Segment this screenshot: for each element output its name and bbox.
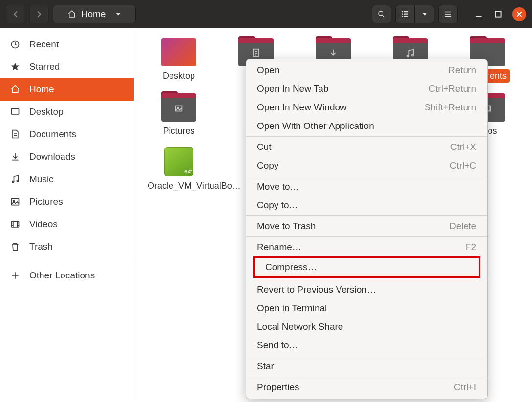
nav-forward-button[interactable] — [29, 5, 49, 23]
sidebar-item-downloads[interactable]: Downloads — [0, 146, 134, 168]
file-item-desktop[interactable]: Desktop — [140, 37, 217, 83]
svg-rect-3 — [402, 14, 403, 15]
svg-point-17 — [412, 54, 414, 56]
desktop-folder-icon — [161, 38, 196, 66]
file-label: Pictures — [160, 125, 197, 138]
sidebar-item-videos[interactable]: Videos — [0, 213, 134, 235]
location-bar[interactable]: Home — [53, 5, 136, 23]
download-icon — [10, 152, 21, 162]
file-label: Oracle_VM_VirtualBo… — [145, 179, 213, 192]
ctx-open[interactable]: OpenReturn — [246, 61, 487, 80]
sidebar-item-label: Home — [29, 84, 54, 95]
music-icon — [10, 174, 21, 184]
sidebar-item-recent[interactable]: Recent — [0, 33, 134, 56]
hamburger-menu-button[interactable] — [438, 5, 458, 23]
video-icon — [10, 219, 21, 229]
ctx-open-terminal[interactable]: Open in Terminal — [246, 299, 487, 317]
svg-rect-9 — [12, 108, 19, 114]
file-item-pictures[interactable]: Pictures — [140, 92, 217, 138]
sidebar-item-label: Other Locations — [29, 270, 95, 281]
minimize-button[interactable] — [473, 9, 484, 20]
extension-pack-icon: ext — [164, 147, 193, 176]
svg-point-0 — [379, 11, 383, 16]
chevron-down-icon — [115, 11, 121, 17]
ctx-properties[interactable]: PropertiesCtrl+I — [246, 378, 487, 397]
svg-point-10 — [12, 181, 14, 182]
ctx-move-to[interactable]: Move to… — [246, 177, 487, 196]
home-icon — [67, 10, 76, 19]
search-button[interactable] — [372, 5, 391, 23]
folder-icon — [161, 95, 196, 122]
svg-rect-5 — [402, 16, 403, 17]
ctx-separator — [246, 377, 487, 377]
list-view-button[interactable] — [395, 5, 415, 23]
sidebar-item-label: Starred — [29, 62, 60, 72]
sidebar-item-label: Downloads — [29, 151, 75, 162]
svg-point-16 — [407, 55, 409, 57]
sidebar-item-label: Music — [29, 174, 54, 185]
nav-back-button[interactable] — [6, 5, 25, 23]
picture-icon — [10, 197, 21, 207]
desktop-icon — [10, 107, 21, 117]
ctx-rename[interactable]: Rename…F2 — [246, 238, 487, 256]
ctx-separator — [246, 356, 487, 356]
sidebar-item-label: Trash — [29, 241, 53, 252]
ctx-copy-to[interactable]: Copy to… — [246, 196, 487, 214]
close-button[interactable] — [512, 7, 526, 21]
ctx-revert[interactable]: Revert to Previous Version… — [246, 280, 487, 299]
sidebar-item-music[interactable]: Music — [0, 168, 134, 190]
titlebar: Home — [0, 0, 532, 28]
file-item-virtualbox-ext[interactable]: ext Oracle_VM_VirtualBo… — [140, 147, 217, 205]
plus-icon — [10, 271, 21, 280]
documents-icon — [10, 129, 21, 139]
ctx-star[interactable]: Star — [246, 357, 487, 376]
sidebar-item-documents[interactable]: Documents — [0, 123, 134, 146]
ctx-compress[interactable]: Compress… — [255, 258, 479, 276]
view-options-button[interactable] — [415, 5, 434, 23]
location-label: Home — [81, 9, 106, 20]
file-label: Desktop — [160, 69, 198, 83]
sidebar-item-label: Desktop — [29, 106, 64, 117]
svg-rect-1 — [402, 11, 403, 12]
ctx-cut[interactable]: CutCtrl+X — [246, 138, 487, 156]
svg-rect-7 — [495, 11, 501, 17]
clock-icon — [10, 40, 21, 49]
ctx-move-to-trash[interactable]: Move to TrashDelete — [246, 217, 487, 235]
ctx-separator — [246, 176, 487, 176]
ctx-local-network-share[interactable]: Local Network Share — [246, 317, 487, 336]
ctx-open-new-window[interactable]: Open In New WindowShift+Return — [246, 98, 487, 117]
sidebar-item-trash[interactable]: Trash — [0, 235, 134, 258]
ctx-separator — [246, 236, 487, 237]
sidebar-item-label: Pictures — [29, 196, 63, 207]
sidebar-separator — [0, 261, 134, 261]
window-controls — [473, 7, 526, 21]
sidebar-item-label: Videos — [29, 219, 58, 230]
view-mode-group — [395, 5, 434, 23]
maximize-button[interactable] — [493, 9, 504, 20]
trash-icon — [10, 242, 21, 252]
context-menu: OpenReturn Open In New TabCtrl+Return Op… — [246, 59, 488, 399]
svg-rect-2 — [404, 11, 408, 12]
svg-rect-6 — [404, 16, 408, 17]
ctx-open-with-other[interactable]: Open With Other Application — [246, 117, 487, 135]
svg-rect-14 — [12, 221, 19, 227]
sidebar-item-home[interactable]: Home — [0, 78, 134, 101]
sidebar-item-desktop[interactable]: Desktop — [0, 101, 134, 123]
sidebar: Recent Starred Home Desktop Documents Do… — [0, 28, 134, 402]
sidebar-item-starred[interactable]: Starred — [0, 56, 134, 78]
star-icon — [10, 62, 21, 72]
sidebar-item-label: Documents — [29, 129, 76, 140]
highlight-annotation: Compress… — [253, 256, 480, 278]
ctx-open-new-tab[interactable]: Open In New TabCtrl+Return — [246, 80, 487, 98]
ctx-send-to[interactable]: Send to… — [246, 336, 487, 355]
sidebar-item-label: Recent — [29, 39, 59, 50]
sidebar-item-pictures[interactable]: Pictures — [0, 190, 134, 213]
ctx-separator — [246, 215, 487, 216]
sidebar-item-other-locations[interactable]: Other Locations — [0, 264, 134, 287]
ctx-separator — [246, 279, 487, 279]
ctx-copy[interactable]: CopyCtrl+C — [246, 156, 487, 175]
ctx-separator — [246, 136, 487, 137]
home-icon — [10, 85, 21, 94]
svg-point-11 — [17, 180, 18, 182]
svg-rect-4 — [404, 14, 408, 15]
